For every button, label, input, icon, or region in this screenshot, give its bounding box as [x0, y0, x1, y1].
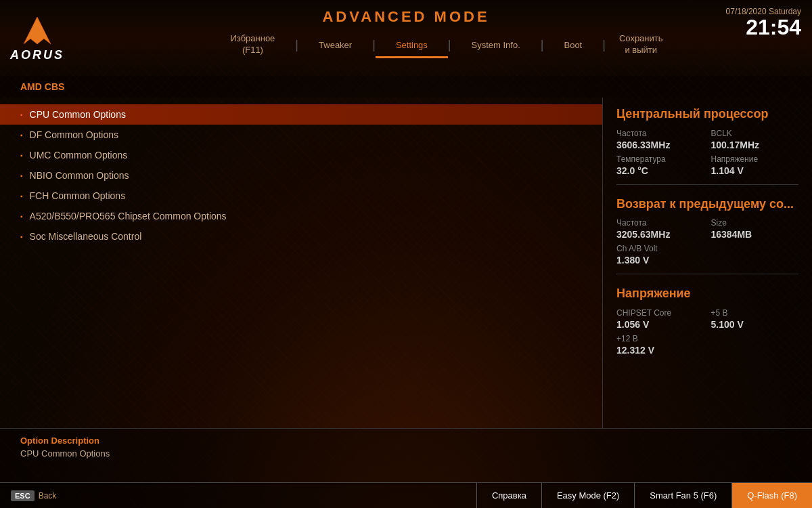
menu-item-soc-misc[interactable]: Soc Miscellaneous Control: [0, 226, 602, 247]
mem-size-col: Size 16384MB: [711, 218, 799, 240]
mem-freq-label: Частота: [616, 218, 704, 228]
cpu-bclk-label: BCLK: [711, 129, 799, 138]
voltage-section-title: Напряжение: [616, 287, 798, 301]
menu-item-a520-chipset[interactable]: A520/B550/PRO565 Chipset Common Options: [0, 206, 602, 226]
aorus-logo-icon: [17, 14, 58, 47]
chipset-core-value: 1.056 V: [616, 319, 704, 330]
breadcrumb-bar: AMD CBS: [0, 76, 812, 98]
easy-mode-button[interactable]: Easy Mode (F2): [541, 483, 634, 508]
nav-item-sysinfo[interactable]: System Info.: [451, 35, 541, 56]
cpu-volt-col: Напряжение 1.104 V: [711, 154, 799, 176]
voltage-info-section: Напряжение CHIPSET Core 1.056 V +5 В 5.1…: [616, 287, 798, 364]
menu-item-fch-common[interactable]: FCH Common Options: [0, 186, 602, 206]
memory-section-title: Возврат к предыдущему со...: [616, 197, 798, 212]
nav-item-tweaker[interactable]: Tweaker: [298, 35, 372, 56]
cpu-freq-value: 3606.33MHz: [616, 140, 704, 150]
cpu-bclk-col: BCLK 100.17MHz: [711, 129, 799, 150]
five-volt-value: 5.100 V: [711, 319, 799, 330]
twelve-volt-label: +12 В: [616, 334, 704, 343]
datetime-time: 21:54: [726, 16, 801, 38]
twelve-volt-col: +12 В 12.312 V: [616, 334, 704, 356]
chipset-core-label: CHIPSET Core: [616, 308, 704, 318]
nav-item-settings[interactable]: Settings: [376, 35, 448, 56]
logo-area: AORUS: [0, 0, 74, 76]
menu-item-df-common[interactable]: DF Common Options: [0, 125, 602, 145]
mem-volt-label: Ch A/B Volt: [616, 244, 704, 253]
cpu-freq-label: Частота: [616, 129, 704, 138]
qflash-button[interactable]: Q-Flash (F8): [731, 483, 812, 508]
cpu-freq-col: Частота 3606.33MHz: [616, 129, 704, 150]
mem-size-label: Size: [711, 218, 799, 228]
five-volt-col: +5 В 5.100 V: [711, 308, 799, 330]
breadcrumb: AMD CBS: [20, 81, 64, 92]
memory-info-grid: Частота 3205.63MHz Size 16384MB Ch A/B V…: [616, 218, 798, 266]
right-panel: Центральный процессор Частота 3606.33MHz…: [602, 98, 812, 428]
memory-info-section: Возврат к предыдущему со... Частота 3205…: [616, 197, 798, 275]
logo-text: AORUS: [10, 48, 64, 62]
mem-size-value: 16384MB: [711, 229, 799, 240]
cpu-bclk-value: 100.17MHz: [711, 140, 799, 150]
twelve-volt-value: 12.312 V: [616, 345, 704, 356]
cpu-volt-label: Напряжение: [711, 154, 799, 164]
menu-item-nbio-common[interactable]: NBIO Common Options: [0, 165, 602, 186]
voltage-info-grid: CHIPSET Core 1.056 V +5 В 5.100 V +12 В …: [616, 308, 798, 356]
back-label: Back: [39, 491, 57, 501]
help-button[interactable]: Справка: [476, 483, 541, 508]
nav-item-favorites[interactable]: Избранное(F11): [210, 28, 295, 62]
cpu-temp-label: Температура: [616, 154, 704, 164]
menu-item-umc-common[interactable]: UMC Common Options: [0, 145, 602, 165]
cpu-temp-value: 32.0 °C: [616, 165, 704, 176]
datetime-area: 07/18/2020 Saturday 21:54: [726, 7, 801, 38]
footer: ESC Back Справка Easy Mode (F2) Smart Fa…: [0, 482, 812, 508]
mode-title: ADVANCED MODE: [322, 8, 489, 26]
main-area: CPU Common Options DF Common Options UMC…: [0, 98, 812, 428]
menu-item-cpu-common[interactable]: CPU Common Options: [0, 104, 602, 125]
nav-item-boot[interactable]: Boot: [543, 35, 602, 56]
cpu-volt-value: 1.104 V: [711, 165, 799, 176]
header: AORUS Избранное(F11) | Tweaker | Setting…: [0, 0, 812, 76]
footer-right: Справка Easy Mode (F2) Smart Fan 5 (F6) …: [476, 483, 812, 508]
smart-fan-button[interactable]: Smart Fan 5 (F6): [634, 483, 731, 508]
description-title: Option Description: [20, 436, 792, 446]
nav-item-save[interactable]: Сохранитьи выйти: [606, 29, 677, 60]
footer-left: ESC Back: [0, 490, 67, 501]
description-bar: Option Description CPU Common Options: [0, 428, 812, 482]
description-text: CPU Common Options: [20, 448, 792, 459]
cpu-temp-col: Температура 32.0 °C: [616, 154, 704, 176]
cpu-section-title: Центральный процессор: [616, 107, 798, 122]
cpu-info-section: Центральный процессор Частота 3606.33MHz…: [616, 107, 798, 185]
left-panel: CPU Common Options DF Common Options UMC…: [0, 98, 602, 428]
five-volt-label: +5 В: [711, 308, 799, 318]
esc-key[interactable]: ESC: [11, 490, 35, 501]
chipset-core-col: CHIPSET Core 1.056 V: [616, 308, 704, 330]
mem-freq-value: 3205.63MHz: [616, 229, 704, 240]
cpu-info-grid: Частота 3606.33MHz BCLK 100.17MHz Темпер…: [616, 129, 798, 176]
mem-freq-col: Частота 3205.63MHz: [616, 218, 704, 240]
mem-volt-col: Ch A/B Volt 1.380 V: [616, 244, 704, 266]
mem-volt-value: 1.380 V: [616, 255, 704, 266]
